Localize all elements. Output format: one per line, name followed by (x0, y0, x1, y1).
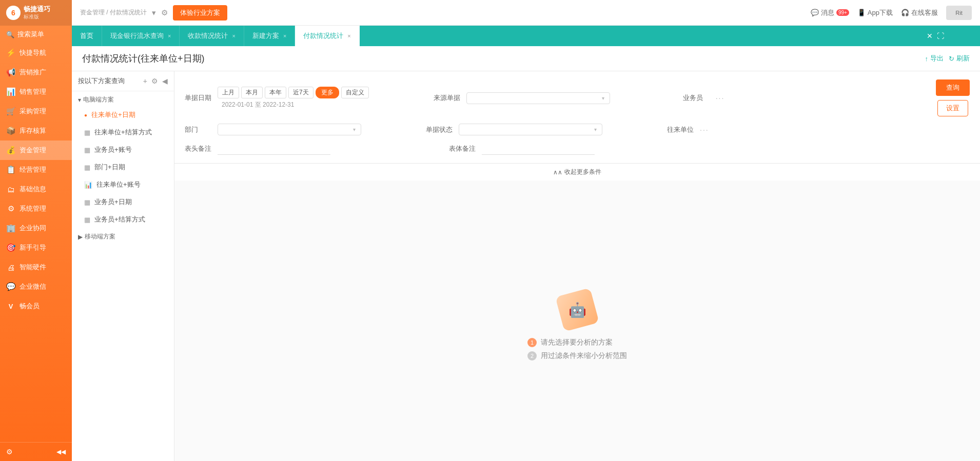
date-btn-this-year[interactable]: 本年 (265, 87, 286, 98)
finance-icon: 💰 (6, 146, 15, 155)
app-download-btn[interactable]: 📱 App下载 (857, 8, 893, 17)
filter-date-cell: 单据日期 上月 本月 本年 近7天 更多 自定义 2022-01-01 至 20… (185, 87, 425, 109)
sidebar-logo: 6 畅捷通巧 标准版 (0, 0, 72, 26)
panel-add-btn[interactable]: + (143, 77, 147, 85)
sidebar-footer: ⚙ ◀◀ (0, 442, 72, 461)
plan-icon-5: 📊 (84, 181, 92, 189)
empty-state: 🤖 1 请先选择要分析的方案 2 用过滤条件来缩小分析范围 (174, 181, 980, 461)
tab-close-bank-flow[interactable]: × (168, 33, 171, 39)
sidebar-item-wechat[interactable]: 💬 企业微信 (0, 277, 72, 296)
sidebar-nav: ⚡ 快捷导航 📢 营销推广 📊 销售管理 🛒 采购管理 📦 库存核算 💰 资金管… (0, 43, 72, 442)
empty-hint-1: 1 请先选择要分析的方案 (527, 338, 627, 347)
sidebar-item-quick-nav[interactable]: ⚡ 快捷导航 (0, 43, 72, 63)
date-btn-more[interactable]: 更多 (316, 87, 339, 98)
sidebar-item-operation[interactable]: 📋 经营管理 (0, 160, 72, 179)
tab-home[interactable]: 首页 (72, 26, 102, 46)
sidebar-search[interactable]: 🔍 搜索菜单 (0, 26, 72, 43)
sidebar-item-marketing[interactable]: 📢 营销推广 (0, 63, 72, 82)
sidebar-item-sales[interactable]: 📊 销售管理 (0, 82, 72, 102)
sidebar-item-base-info[interactable]: 🗂 基础信息 (0, 179, 72, 199)
base-info-icon: 🗂 (6, 185, 15, 194)
filter-row-3: 表头备注 表体备注 (185, 143, 970, 155)
status-label: 单据状态 (426, 125, 455, 134)
staff-select-btn[interactable]: ··· (716, 94, 725, 102)
app-subtitle: 标准版 (24, 13, 50, 21)
plan-icon-3: ▦ (84, 146, 90, 154)
operation-icon: 📋 (6, 165, 15, 174)
plan-item-staff-date[interactable]: ▦ 业务员+日期 (72, 193, 174, 211)
guide-icon: 🎯 (6, 243, 15, 252)
active-plan-icon: ● (84, 112, 87, 118)
sidebar-item-vip[interactable]: V 畅会员 (0, 296, 72, 316)
status-select[interactable]: ▾ (459, 124, 602, 135)
panel-settings-btn[interactable]: ⚙ (151, 77, 158, 85)
message-icon: 💬 (811, 9, 819, 16)
page-title: 付款情况统计(往来单位+日期) (82, 52, 205, 65)
source-label: 来源单据 (434, 93, 462, 103)
panel-collapse-btn[interactable]: ◀ (162, 77, 168, 85)
setting-button[interactable]: 设置 (937, 100, 968, 116)
plan-item-staff-payment[interactable]: ▦ 业务员+结算方式 (72, 211, 174, 228)
collapse-filter-btn[interactable]: ∧∧ 收起更多条件 (174, 164, 980, 181)
topbar-settings-icon[interactable]: ▾ (152, 8, 156, 17)
user-avatar[interactable]: Rit (946, 6, 972, 20)
sidebar-footer-settings[interactable]: ⚙ (6, 448, 13, 456)
tab-expand-btn[interactable]: ⛶ (937, 32, 944, 40)
main-area: 资金管理 / 付款情况统计 ▾ ⚙ 体验行业方案 💬 消息 99+ 📱 App下… (72, 0, 980, 461)
filter-row-1: 单据日期 上月 本月 本年 近7天 更多 自定义 2022-01-01 至 20… (185, 79, 970, 116)
header-note-input[interactable] (218, 143, 330, 155)
purchase-icon: 🛒 (6, 107, 15, 116)
marketing-icon: 📢 (6, 68, 15, 77)
content-area: 按以下方案查询 + ⚙ ◀ ▾ 电脑端方案 ● 往来单位+日期 (72, 71, 980, 461)
sidebar-item-purchase[interactable]: 🛒 采购管理 (0, 102, 72, 121)
plan-item-unit-payment[interactable]: ▦ 往来单位+结算方式 (72, 124, 174, 141)
customer-service-btn[interactable]: 🎧 在线客服 (901, 8, 938, 17)
sidebar-item-finance[interactable]: 💰 资金管理 (0, 141, 72, 160)
sidebar-item-guide[interactable]: 🎯 新手引导 (0, 238, 72, 257)
plan-item-dept-date[interactable]: ▦ 部门+日期 (72, 158, 174, 176)
dept-select[interactable]: ▾ (218, 124, 361, 135)
refresh-button[interactable]: ↻ 刷新 (949, 54, 970, 63)
tab-payment-stat[interactable]: 付款情况统计 × (295, 26, 359, 46)
query-button[interactable]: 查询 (936, 79, 970, 96)
plan-icon-6: ▦ (84, 198, 90, 206)
source-select[interactable]: ▾ (466, 92, 610, 104)
staff-label: 业务员 (683, 93, 712, 103)
sidebar-item-inventory[interactable]: 📦 库存核算 (0, 121, 72, 141)
filter-row-2: 部门 ▾ 单据状态 ▾ (185, 124, 970, 135)
tab-close-new-plan[interactable]: × (283, 33, 286, 39)
date-btn-last-7[interactable]: 近7天 (288, 87, 313, 98)
tab-close-all-btn[interactable]: ✕ (927, 32, 933, 40)
plan-item-staff-account[interactable]: ▦ 业务员+账号 (72, 141, 174, 158)
sidebar-item-hardware[interactable]: 🖨 智能硬件 (0, 257, 72, 277)
inventory-icon: 📦 (6, 126, 15, 135)
tab-new-plan[interactable]: 新建方案 × (244, 26, 295, 46)
desktop-section-header[interactable]: ▾ 电脑端方案 (72, 91, 174, 106)
trial-button[interactable]: 体验行业方案 (173, 5, 227, 21)
plan-icon-7: ▦ (84, 216, 90, 224)
date-btn-custom[interactable]: 自定义 (341, 87, 369, 98)
tab-bank-flow[interactable]: 现金银行流水查询 × (102, 26, 180, 46)
dept-label: 部门 (185, 125, 213, 134)
topbar-gear-icon[interactable]: ⚙ (161, 8, 168, 17)
plan-item-unit-date[interactable]: ● 往来单位+日期 (72, 106, 174, 124)
partner-select-btn[interactable]: ··· (700, 126, 709, 134)
sidebar-item-enterprise[interactable]: 🏢 企业协同 (0, 218, 72, 238)
tab-close-payment-stat[interactable]: × (347, 33, 350, 39)
hardware-icon: 🖨 (6, 263, 15, 272)
plan-item-unit-account[interactable]: 📊 往来单位+账号 (72, 176, 174, 193)
header-note-label: 表头备注 (185, 144, 213, 153)
panel-toolbar: 按以下方案查询 + ⚙ ◀ (72, 71, 174, 91)
sidebar-item-system[interactable]: ⚙ 系统管理 (0, 199, 72, 218)
message-btn[interactable]: 💬 消息 99+ (811, 8, 849, 17)
date-btn-last-month[interactable]: 上月 (218, 87, 239, 98)
date-btn-this-month[interactable]: 本月 (241, 87, 263, 98)
wechat-icon: 💬 (6, 282, 15, 291)
export-button[interactable]: ↑ 导出 (925, 54, 944, 63)
body-note-input[interactable] (482, 143, 595, 155)
mobile-section-header[interactable]: ▶ 移动端方案 (72, 228, 174, 243)
tab-receivable[interactable]: 收款情况统计 × (180, 26, 244, 46)
tab-close-receivable[interactable]: × (232, 33, 235, 39)
sidebar-collapse-btn[interactable]: ◀◀ (56, 448, 66, 455)
enterprise-icon: 🏢 (6, 224, 15, 233)
